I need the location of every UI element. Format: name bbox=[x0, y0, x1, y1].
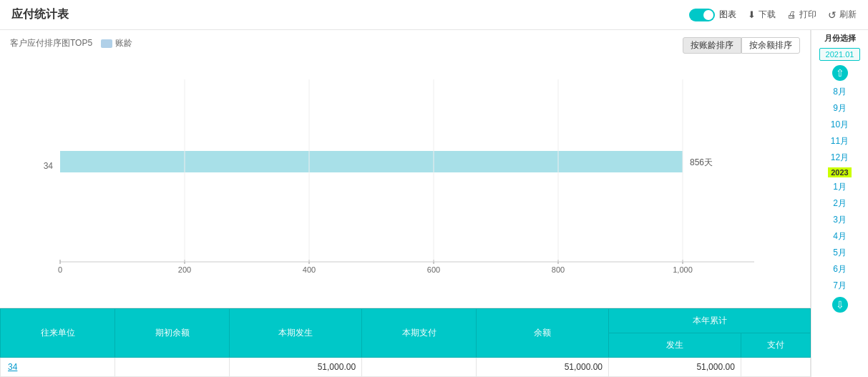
col-header-annual-group: 本年累计 bbox=[609, 309, 811, 333]
month-item-1[interactable]: 1月 bbox=[811, 179, 868, 195]
svg-text:800: 800 bbox=[552, 265, 565, 274]
legend-item-age: 账龄 bbox=[101, 37, 132, 49]
cell-occurred: 51,000.00 bbox=[230, 358, 362, 377]
table-section: 往来单位 期初余额 本期发生 本期支付 余额 本年累计 发生 支付 bbox=[0, 308, 811, 377]
scroll-down-button[interactable]: ⇩ bbox=[832, 297, 848, 313]
cell-opening bbox=[115, 358, 230, 377]
month-item-12[interactable]: 12月 bbox=[811, 150, 868, 166]
toggle-knob bbox=[703, 10, 713, 20]
col-header-annual-occur: 发生 bbox=[609, 333, 741, 358]
bar-label: 856天 bbox=[690, 157, 713, 167]
svg-text:0: 0 bbox=[58, 265, 62, 274]
refresh-icon bbox=[828, 9, 837, 21]
download-icon bbox=[748, 9, 756, 20]
svg-text:600: 600 bbox=[427, 265, 440, 274]
cell-balance: 51,000.00 bbox=[477, 358, 609, 377]
sort-buttons: 按账龄排序 按余额排序 bbox=[683, 37, 800, 54]
sort-by-age-button[interactable]: 按账龄排序 bbox=[683, 37, 741, 54]
svg-text:400: 400 bbox=[303, 265, 316, 274]
col-header-paid: 本期支付 bbox=[362, 309, 477, 358]
sidebar-current-date[interactable]: 2021.01 bbox=[819, 48, 861, 61]
year-badge: 2023 bbox=[828, 167, 851, 177]
month-item-11[interactable]: 11月 bbox=[811, 133, 868, 150]
header-actions: 图表 下载 打印 刷新 bbox=[689, 9, 857, 21]
month-item-5[interactable]: 5月 bbox=[811, 245, 868, 261]
header: 应付统计表 图表 下载 打印 刷新 bbox=[0, 0, 868, 30]
print-icon bbox=[787, 9, 796, 20]
legend-color-age bbox=[101, 39, 112, 48]
chart-section: 客户应付排序图TOP5 账龄 按账龄排序 按余额排序 bbox=[0, 30, 811, 308]
legend-label-age: 账龄 bbox=[115, 37, 132, 49]
col-header-balance: 余额 bbox=[477, 309, 609, 358]
cell-paid bbox=[362, 358, 477, 377]
col-header-unit: 往来单位 bbox=[1, 309, 115, 358]
col-header-annual-pay: 支付 bbox=[741, 333, 810, 358]
month-item-10[interactable]: 10月 bbox=[811, 117, 868, 133]
chart-bar bbox=[60, 151, 683, 172]
print-button[interactable]: 打印 bbox=[787, 9, 816, 21]
print-label: 打印 bbox=[799, 9, 816, 21]
svg-text:200: 200 bbox=[178, 265, 191, 274]
legend-item-top5: 客户应付排序图TOP5 bbox=[10, 37, 92, 49]
download-label: 下载 bbox=[759, 9, 776, 21]
chart-toggle[interactable] bbox=[689, 9, 715, 21]
svg-text:1,000: 1,000 bbox=[673, 265, 693, 274]
sidebar-title: 月份选择 bbox=[824, 33, 856, 44]
cell-annual-occur: 51,000.00 bbox=[609, 358, 741, 377]
scroll-up-button[interactable]: ⇧ bbox=[832, 65, 848, 81]
download-button[interactable]: 下载 bbox=[748, 9, 776, 21]
month-item-2[interactable]: 2月 bbox=[811, 195, 868, 212]
app-container: 应付统计表 图表 下载 打印 刷新 bbox=[0, 0, 868, 377]
refresh-label: 刷新 bbox=[839, 9, 857, 21]
refresh-button[interactable]: 刷新 bbox=[828, 9, 857, 21]
legend-label-top5: 客户应付排序图TOP5 bbox=[10, 37, 92, 49]
left-panel: 客户应付排序图TOP5 账龄 按账龄排序 按余额排序 bbox=[0, 30, 811, 377]
chart-svg: 34 856天 0 200 400 bbox=[10, 58, 800, 280]
toggle-label: 图表 bbox=[719, 9, 736, 21]
col-header-occurred: 本期发生 bbox=[230, 309, 362, 358]
sidebar: 月份选择 2021.01 ⇧ 8月 9月 10月 11月 12月 2023 1月… bbox=[811, 30, 868, 377]
cell-annual-pay bbox=[741, 358, 810, 377]
col-header-opening: 期初余额 bbox=[115, 309, 230, 358]
month-item-8[interactable]: 8月 bbox=[811, 84, 868, 100]
chart-toggle-wrap: 图表 bbox=[689, 9, 736, 21]
chart-top-bar: 客户应付排序图TOP5 账龄 按账龄排序 按余额排序 bbox=[10, 37, 800, 58]
sort-by-balance-button[interactable]: 按余额排序 bbox=[741, 37, 800, 54]
month-item-6[interactable]: 6月 bbox=[811, 261, 868, 278]
main-body: 客户应付排序图TOP5 账龄 按账龄排序 按余额排序 bbox=[0, 30, 868, 377]
chart-container: 34 856天 0 200 400 bbox=[10, 58, 800, 280]
y-axis-label: 34 bbox=[44, 161, 54, 171]
cell-unit[interactable]: 34 bbox=[1, 358, 115, 377]
month-item-4[interactable]: 4月 bbox=[811, 228, 868, 245]
month-item-3[interactable]: 3月 bbox=[811, 212, 868, 228]
month-item-9[interactable]: 9月 bbox=[811, 100, 868, 117]
page-title: 应付统计表 bbox=[11, 7, 69, 22]
chart-legend: 客户应付排序图TOP5 账龄 bbox=[10, 37, 132, 49]
table-row: 34 51,000.00 51,000.00 51,000.00 bbox=[1, 358, 811, 377]
month-item-7[interactable]: 7月 bbox=[811, 278, 868, 294]
data-table: 往来单位 期初余额 本期发生 本期支付 余额 本年累计 发生 支付 bbox=[0, 308, 811, 377]
